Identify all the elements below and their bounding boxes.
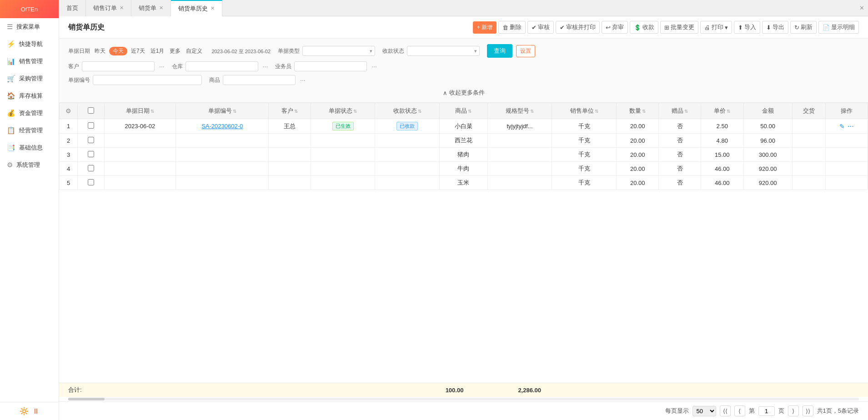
- th-action: 操作: [826, 103, 868, 119]
- import-button[interactable]: ⬆ 导入: [734, 21, 760, 34]
- shortcut-yesterday[interactable]: 昨天: [93, 47, 107, 55]
- tab-home[interactable]: 首页: [59, 0, 86, 16]
- horizontal-scrollbar[interactable]: [68, 398, 859, 400]
- sidebar-bottom-icon2[interactable]: ⏸: [32, 407, 40, 415]
- cell-doc-no[interactable]: [176, 176, 269, 190]
- customer-input[interactable]: [82, 61, 155, 71]
- sort-qty-icon[interactable]: ⇅: [642, 109, 646, 114]
- cell-checkbox[interactable]: [78, 119, 105, 134]
- row-checkbox[interactable]: [88, 122, 94, 129]
- cell-trade: [792, 119, 826, 134]
- sidebar-bottom-icon1[interactable]: 🔆: [20, 407, 29, 415]
- sort-goods-icon[interactable]: ⇅: [468, 109, 472, 114]
- sort-pay-status-icon[interactable]: ⇅: [418, 109, 421, 114]
- sidebar-item-purchase-mgmt[interactable]: 🛒 采购管理: [0, 70, 59, 87]
- cell-checkbox[interactable]: [78, 176, 105, 190]
- refresh-button[interactable]: ↻ 刷新: [790, 21, 817, 34]
- last-page-btn[interactable]: ⟩⟩: [803, 405, 813, 416]
- tab-delivery-history[interactable]: 销货单历史 ✕: [171, 0, 222, 16]
- cell-spec: tyjyjtyjdf...: [487, 119, 552, 134]
- prev-page-btn[interactable]: ⟨: [734, 405, 745, 416]
- show-detail-button[interactable]: 📄 显示明细: [818, 21, 859, 34]
- row-checkbox[interactable]: [88, 151, 94, 157]
- sidebar-item-basic-info[interactable]: 📑 基础信息: [0, 139, 59, 156]
- staff-dots[interactable]: ···: [371, 63, 377, 70]
- shortcut-today[interactable]: 今天: [109, 47, 127, 55]
- tab-delivery[interactable]: 销货单 ✕: [131, 0, 171, 16]
- sort-spec-icon[interactable]: ⇅: [530, 109, 534, 114]
- sort-doc-status-icon[interactable]: ⇅: [353, 109, 357, 114]
- staff-input[interactable]: [294, 61, 367, 71]
- warehouse-dots[interactable]: ···: [263, 63, 268, 70]
- warehouse-input[interactable]: [186, 61, 258, 71]
- cell-doc-no[interactable]: [176, 134, 269, 148]
- sort-gift-icon[interactable]: ⇅: [684, 109, 688, 114]
- tabbar-close-all[interactable]: ✕: [859, 5, 868, 11]
- print-button[interactable]: 🖨 打印 ▾: [700, 21, 732, 34]
- cell-action: [826, 134, 868, 148]
- audit-print-button[interactable]: ✔ 审核并打印: [556, 21, 600, 34]
- sort-customer-icon[interactable]: ⇅: [294, 109, 298, 114]
- staff-label: 业务员: [275, 63, 291, 70]
- cell-checkbox[interactable]: [78, 148, 105, 162]
- page-number-input[interactable]: [758, 406, 775, 416]
- row-checkbox[interactable]: [88, 179, 94, 185]
- sort-doc-no-icon[interactable]: ⇅: [233, 109, 236, 114]
- shortcut-more[interactable]: 更多: [168, 47, 182, 55]
- sidebar-item-finance[interactable]: 💰 资金管理: [0, 105, 59, 122]
- sidebar-item-operations[interactable]: 📋 经营管理: [0, 122, 59, 139]
- cell-checkbox[interactable]: [78, 162, 105, 176]
- cell-amount: 300.00: [743, 148, 792, 162]
- doc-no-input[interactable]: [93, 75, 202, 85]
- audit-button[interactable]: ✔ 审核: [527, 21, 554, 34]
- delete-icon: 🗑: [502, 24, 508, 31]
- collapse-filter-btn[interactable]: ∧ 收起更多条件: [68, 89, 859, 97]
- sidebar-item-sys-mgmt[interactable]: ⚙ 系统管理: [0, 156, 59, 174]
- shortcut-custom[interactable]: 自定义: [184, 47, 204, 55]
- tab-close-delivery-history[interactable]: ✕: [211, 5, 215, 11]
- batch-change-button[interactable]: ⊞ 批量变更: [660, 21, 698, 34]
- sort-doc-date-icon[interactable]: ⇅: [151, 109, 154, 114]
- chevron-up-icon: ∧: [443, 90, 447, 96]
- cell-doc-no[interactable]: SA-20230602-0: [176, 119, 269, 134]
- more-icon[interactable]: ⋯: [848, 123, 854, 130]
- sort-unit-icon[interactable]: ⇅: [595, 109, 598, 114]
- shortcut-1month[interactable]: 近1月: [149, 47, 166, 55]
- goods-dots[interactable]: ···: [300, 76, 306, 84]
- new-button[interactable]: + 新增: [473, 21, 497, 34]
- export-button[interactable]: ⬇ 导出: [762, 21, 788, 34]
- cell-doc-no[interactable]: [176, 162, 269, 176]
- pay-status-input[interactable]: [407, 46, 480, 56]
- doc-type-input[interactable]: [302, 46, 375, 56]
- abandon-button[interactable]: ↩ 弃审: [602, 21, 628, 34]
- cell-doc-no[interactable]: [176, 148, 269, 162]
- next-page-btn[interactable]: ⟩: [788, 405, 799, 416]
- sidebar-item-search-menu[interactable]: ☰ 搜索菜单: [0, 18, 59, 35]
- sidebar-item-inventory[interactable]: 🏠 库存核算: [0, 87, 59, 105]
- per-page-select[interactable]: 50 100 200: [692, 406, 716, 416]
- row-checkbox[interactable]: [88, 165, 94, 171]
- select-all-checkbox[interactable]: [88, 107, 94, 114]
- tab-close-sales-order[interactable]: ✕: [120, 5, 124, 11]
- sidebar-item-sales-mgmt[interactable]: 📊 销售管理: [0, 53, 59, 70]
- table-settings-icon[interactable]: ⚙: [65, 107, 71, 115]
- settings-button[interactable]: 设置: [516, 45, 535, 57]
- delete-button[interactable]: 🗑 删除: [498, 21, 526, 34]
- tab-close-delivery[interactable]: ✕: [159, 5, 163, 11]
- row-checkbox[interactable]: [88, 137, 94, 143]
- sys-mgmt-icon: ⚙: [7, 161, 13, 169]
- shortcut-7days[interactable]: 近7天: [129, 47, 147, 55]
- sidebar-item-quick-nav[interactable]: ⚡ 快捷导航: [0, 35, 59, 53]
- query-button[interactable]: 查询: [487, 44, 512, 58]
- goods-input[interactable]: [223, 75, 296, 85]
- scrollbar-thumb[interactable]: [68, 398, 105, 400]
- cell-checkbox[interactable]: [78, 134, 105, 148]
- collect-button[interactable]: 💲 收款: [630, 21, 658, 34]
- first-page-btn[interactable]: ⟨⟨: [720, 405, 731, 416]
- cell-price: 2.50: [701, 119, 744, 134]
- edit-icon[interactable]: ✎: [839, 123, 845, 130]
- tab-sales-order[interactable]: 销售订单 ✕: [86, 0, 131, 16]
- doc-no-link[interactable]: SA-20230602-0: [201, 123, 243, 130]
- customer-dots[interactable]: ···: [159, 63, 165, 70]
- sort-price-icon[interactable]: ⇅: [727, 109, 730, 114]
